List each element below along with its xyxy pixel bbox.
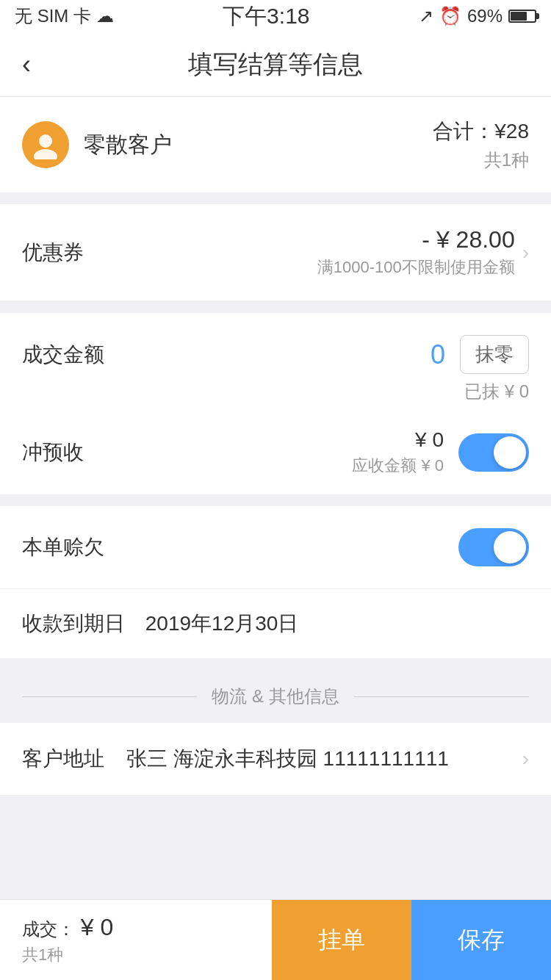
total-count: 共1种: [433, 148, 529, 172]
coupon-right: - ¥ 28.00 满1000-100不限制使用金额 ›: [317, 226, 529, 278]
svg-point-1: [34, 149, 57, 159]
deal-amount-label: 成交金额: [22, 341, 104, 369]
due-date-value: 2019年12月30日: [145, 612, 299, 635]
debt-label: 本单赊欠: [22, 533, 104, 561]
prepay-row: 冲预收 ¥ 0 应收金额 ¥ 0: [0, 411, 551, 494]
address-card: 客户地址 张三 海淀永丰科技园 11111111111 ›: [0, 723, 551, 795]
sim-label: 无 SIM 卡 ☁: [15, 4, 114, 28]
address-value: 张三 海淀永丰科技园 11111111111: [126, 745, 522, 773]
deal-right: 0 抹零: [431, 335, 529, 374]
back-button[interactable]: ‹: [22, 49, 31, 80]
battery-fill: [511, 12, 527, 21]
toggle-knob: [494, 436, 526, 469]
hold-button[interactable]: 挂单: [272, 900, 411, 981]
customer-left: 零散客户: [22, 121, 172, 168]
address-row[interactable]: 客户地址 张三 海淀永丰科技园 11111111111 ›: [0, 723, 551, 795]
prepay-amounts: ¥ 0 应收金额 ¥ 0: [352, 428, 444, 477]
chevron-right-icon: ›: [522, 241, 529, 264]
prepay-toggle[interactable]: [458, 433, 529, 472]
status-left: 无 SIM 卡 ☁: [15, 4, 114, 28]
status-time: 下午3:18: [223, 1, 309, 32]
logistics-section-header: 物流 & 其他信息: [0, 670, 551, 723]
customer-row: 零散客户 合计：¥28 共1种: [0, 97, 551, 192]
status-right: ↗ ⏰ 69%: [419, 6, 536, 26]
debt-row: 本单赊欠: [0, 506, 551, 588]
total-amount: 合计：¥28: [433, 118, 529, 145]
prepay-main-amount: ¥ 0: [352, 428, 444, 452]
debt-toggle-knob: [494, 531, 526, 563]
prepay-right: ¥ 0 应收金额 ¥ 0: [352, 428, 529, 477]
nav-bar: ‹ 填写结算等信息: [0, 32, 551, 97]
address-label: 客户地址: [22, 745, 104, 773]
page-title: 填写结算等信息: [188, 48, 363, 82]
coupon-row[interactable]: 优惠券 - ¥ 28.00 满1000-100不限制使用金额 ›: [0, 204, 551, 301]
address-chevron-icon: ›: [522, 747, 529, 771]
deal-amount-row: 成交金额 0 抹零 已抹 ¥ 0: [0, 313, 551, 411]
svg-point-0: [39, 134, 52, 148]
avatar-icon: [31, 130, 60, 159]
battery-percent: 69%: [467, 6, 503, 26]
deal-amount-card: 成交金额 0 抹零 已抹 ¥ 0 冲预收 ¥ 0 应收金额 ¥ 0: [0, 313, 551, 494]
alarm-icon: ⏰: [439, 6, 461, 26]
bottom-deal-amount: ¥ 0: [81, 914, 113, 940]
customer-name: 零散客户: [84, 130, 172, 160]
debt-toggle[interactable]: [458, 528, 529, 566]
customer-avatar: [22, 121, 69, 168]
bottom-deal-line: 成交： ¥ 0: [22, 914, 250, 941]
save-button[interactable]: 保存: [411, 900, 551, 981]
status-bar: 无 SIM 卡 ☁ 下午3:18 ↗ ⏰ 69%: [0, 0, 551, 32]
bottom-deal-label: 成交：: [22, 919, 75, 939]
coupon-amount: - ¥ 28.00: [317, 226, 515, 253]
bottom-count: 共1种: [22, 944, 250, 966]
coupon-desc: 满1000-100不限制使用金额: [317, 256, 515, 278]
header-line-right: [354, 696, 529, 697]
battery-icon: [508, 10, 536, 23]
customer-right: 合计：¥28 共1种: [433, 118, 529, 172]
location-icon: ↗: [419, 6, 433, 26]
prepay-sub-amount: 应收金额 ¥ 0: [352, 455, 444, 477]
section-header-text: 物流 & 其他信息: [197, 685, 353, 708]
deal-sub: 已抹 ¥ 0: [22, 380, 529, 403]
deal-value: 0: [431, 339, 445, 370]
coupon-card: 优惠券 - ¥ 28.00 满1000-100不限制使用金额 ›: [0, 204, 551, 301]
header-line-left: [22, 696, 197, 697]
coupon-info: - ¥ 28.00 满1000-100不限制使用金额: [317, 226, 515, 278]
deal-row-top: 成交金额 0 抹零: [22, 335, 529, 374]
due-date-label: 收款到期日: [22, 612, 125, 635]
bottom-buttons: 挂单 保存: [272, 900, 551, 981]
bottom-info: 成交： ¥ 0 共1种: [0, 914, 272, 966]
prepay-label: 冲预收: [22, 439, 84, 466]
coupon-label: 优惠券: [22, 239, 84, 267]
debt-card: 本单赊欠 收款到期日 2019年12月30日: [0, 506, 551, 658]
round-zero-button[interactable]: 抹零: [460, 335, 529, 374]
due-date-row: 收款到期日 2019年12月30日: [0, 588, 551, 658]
bottom-bar: 成交： ¥ 0 共1种 挂单 保存: [0, 899, 551, 980]
content-area: 零散客户 合计：¥28 共1种 优惠券 - ¥ 28.00 满1000-100不…: [0, 97, 551, 895]
